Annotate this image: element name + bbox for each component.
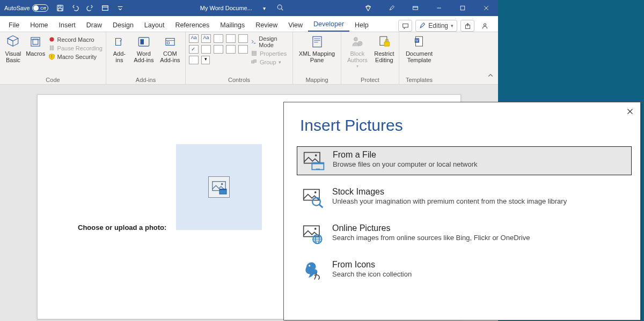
dialog-close-button[interactable]: [625, 107, 635, 116]
svg-rect-17: [31, 38, 40, 46]
redo-icon[interactable]: [83, 0, 98, 16]
xml-mapping-icon: [310, 34, 325, 49]
design-mode-button[interactable]: Design Mode: [251, 35, 289, 48]
tab-mailings[interactable]: Mailings: [215, 18, 250, 32]
search-icon[interactable]: [276, 4, 284, 12]
from-file-icon: [302, 150, 326, 171]
document-title[interactable]: My Word Docume...: [200, 5, 252, 11]
svg-point-57: [314, 191, 317, 193]
group-label-protect: Protect: [345, 76, 396, 83]
option-title: Stock Images: [332, 187, 567, 197]
maximize-button[interactable]: [451, 0, 474, 16]
macros-button[interactable]: Macros: [26, 34, 46, 57]
svg-rect-29: [252, 51, 256, 55]
close-button[interactable]: [474, 0, 498, 16]
tab-draw[interactable]: Draw: [81, 18, 107, 32]
save-icon[interactable]: [53, 0, 68, 16]
svg-point-16: [484, 24, 486, 26]
block-authors-button: Block Authors▾: [345, 34, 370, 69]
tab-design[interactable]: Design: [107, 18, 139, 32]
svg-rect-28: [167, 42, 169, 44]
group-label-templates: Templates: [402, 76, 436, 83]
svg-point-58: [312, 198, 320, 206]
insert-pictures-dialog: Insert Pictures From a File Browse files…: [283, 102, 641, 320]
option-desc: Search images from online sources like B…: [332, 234, 530, 242]
tab-review[interactable]: Review: [250, 18, 283, 32]
ribbon-tabs: File Home Insert Draw Design Layout Refe…: [0, 16, 498, 32]
option-from-icons[interactable]: From Icons Search the icon collection: [297, 257, 632, 285]
svg-point-37: [354, 38, 357, 41]
ribbon: Visual Basic Macros Record Macro Pause R…: [0, 32, 498, 85]
addins-icon: [112, 34, 127, 49]
svg-rect-21: [50, 46, 51, 50]
word-addins-button[interactable]: Word Add-ins: [132, 34, 156, 63]
option-online-pictures[interactable]: Online Pictures Search images from onlin…: [297, 220, 632, 248]
online-pictures-icon: [301, 223, 326, 245]
option-stock-images[interactable]: Stock Images Unleash your imagination wi…: [297, 184, 632, 212]
option-title: Online Pictures: [332, 223, 530, 233]
autosave-label: AutoSave: [4, 5, 30, 11]
svg-point-20: [49, 37, 54, 41]
picture-placeholder-icon: [208, 176, 230, 198]
tab-help[interactable]: Help: [349, 18, 374, 32]
comments-button[interactable]: [398, 20, 412, 32]
document-template-button[interactable]: WDocument Template: [403, 34, 435, 63]
svg-rect-25: [140, 39, 144, 44]
qat-icon[interactable]: [98, 0, 113, 16]
tab-layout[interactable]: Layout: [139, 18, 170, 32]
premium-icon[interactable]: [356, 0, 380, 16]
svg-rect-33: [312, 36, 321, 47]
tab-home[interactable]: Home: [25, 18, 53, 32]
stock-images-icon: [301, 187, 326, 208]
tab-file[interactable]: File: [3, 18, 25, 32]
group-label-mapping: Mapping: [296, 76, 338, 83]
undo-icon[interactable]: [68, 0, 83, 16]
svg-rect-9: [413, 6, 418, 10]
com-addins-button[interactable]: COM Add-ins: [158, 34, 182, 63]
tab-insert[interactable]: Insert: [54, 18, 81, 32]
group-label-code: Code: [3, 76, 103, 83]
picture-content-control[interactable]: [176, 144, 262, 230]
tab-references[interactable]: References: [170, 18, 215, 32]
option-from-file[interactable]: From a File Browse files on your compute…: [297, 146, 632, 175]
record-macro-button[interactable]: Record Macro: [48, 36, 103, 43]
option-desc: Unleash your imagination with premium co…: [332, 197, 567, 205]
autosave-toggle[interactable]: AutoSave Off: [0, 4, 53, 12]
share-button[interactable]: [460, 20, 474, 32]
minimize-button[interactable]: [427, 0, 451, 16]
prompt-text: Choose or upload a photo:: [78, 223, 166, 232]
svg-text:!: !: [51, 54, 52, 59]
account-icon[interactable]: [478, 20, 492, 32]
svg-point-46: [221, 183, 223, 185]
tab-developer[interactable]: Developer: [308, 17, 349, 32]
editing-mode-button[interactable]: Editing▾: [415, 20, 457, 32]
pen-icon[interactable]: [380, 0, 404, 16]
svg-point-6: [277, 5, 282, 9]
option-title: From a File: [333, 150, 478, 160]
macros-icon: [28, 34, 43, 49]
addins-button[interactable]: Add-ins: [109, 34, 129, 63]
group-label-controls: Controls: [189, 76, 289, 83]
qat-dropdown-icon[interactable]: [113, 0, 128, 16]
group-button: Group▾: [251, 58, 289, 65]
option-desc: Browse files on your computer or local n…: [333, 160, 478, 168]
visual-basic-button[interactable]: Visual Basic: [3, 34, 23, 63]
restrict-editing-button[interactable]: Restrict Editing: [373, 34, 396, 63]
svg-rect-2: [58, 9, 62, 11]
block-authors-icon: [350, 34, 365, 49]
macro-security-button[interactable]: !Macro Security: [48, 53, 103, 60]
pause-recording-button: Pause Recording: [48, 44, 103, 51]
visual-basic-icon: [5, 34, 20, 49]
ribbon-display-icon[interactable]: [404, 0, 427, 16]
autosave-switch[interactable]: Off: [32, 4, 48, 12]
svg-rect-22: [52, 46, 53, 50]
svg-line-7: [281, 9, 283, 10]
properties-button: Properties: [251, 50, 289, 57]
svg-rect-48: [219, 189, 226, 190]
tab-view[interactable]: View: [283, 18, 308, 32]
group-label-addins: Add-ins: [109, 76, 182, 83]
svg-point-52: [315, 154, 317, 156]
collapse-ribbon-icon[interactable]: [487, 71, 494, 81]
controls-gallery[interactable]: AaAa ✓ ▾: [189, 34, 248, 64]
xml-mapping-button[interactable]: XML Mapping Pane: [298, 34, 336, 63]
